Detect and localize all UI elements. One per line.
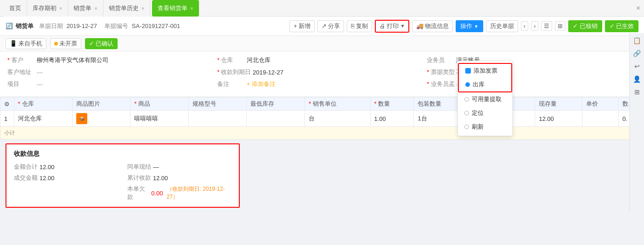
customer-field: * 客户 柳州粤港平安气体有限公司 — [7, 56, 217, 64]
doc-type-icon: 🔄 — [6, 23, 13, 29]
close-all-tabs[interactable]: × — [636, 4, 640, 12]
share-button[interactable]: ↗ 分享 — [317, 20, 344, 32]
dropdown-item-locate[interactable]: 定位 — [458, 106, 512, 120]
copy-button[interactable]: ⎘ 复制 — [347, 20, 372, 32]
staff-label: 业务员 — [427, 56, 454, 64]
history-button[interactable]: 历史单据 — [486, 20, 518, 32]
tab-view-sales-label: 查看销货单 — [158, 4, 187, 12]
th-stock: 现存量 — [535, 97, 582, 111]
th-unit-price: 单价 — [582, 97, 619, 111]
table-row: 1 河北仓库 📦 嘻嘻嘻嘻 台 1.00 1台 12.00 0. — [0, 111, 644, 127]
next-record[interactable]: › — [531, 21, 538, 31]
row-quantity: 1.00 — [370, 111, 414, 127]
due-note: （收款到期日: 2019-12-27） — [167, 185, 232, 201]
dropdown-item-warehouse-out[interactable]: 出库 — [459, 78, 511, 91]
due-value: 0.00 — [151, 190, 163, 197]
address-label: 客户地址 — [7, 68, 35, 76]
from-phone-label: 来自手机 — [18, 40, 42, 48]
new-button[interactable]: + 新增 — [289, 20, 315, 32]
th-product: * 商品 — [130, 97, 189, 111]
sidebar-icon-user[interactable]: 👤 — [633, 75, 641, 83]
dropdown-item-available-qty[interactable]: 可用量提取 — [458, 92, 512, 106]
row-sales-unit: 台 — [305, 111, 371, 127]
operate-button[interactable]: 操作 ▼ — [456, 20, 483, 32]
product-thumbnail: 📦 — [76, 113, 87, 124]
confirm-button[interactable]: ✓ 已确认 — [85, 38, 118, 49]
print-label: 打印 — [387, 22, 399, 30]
right-sidebar: 📋 🔗 ↩ 👤 ⊞ ⛶ — [629, 33, 644, 211]
customer-label: * 客户 — [7, 56, 35, 64]
refresh-label: 刷新 — [472, 123, 484, 131]
same-order-value: — — [153, 164, 159, 171]
doc-number-key: 单据编号 — [104, 23, 128, 29]
doc-type-label: 销货单 — [16, 22, 34, 30]
project-label: 项目 — [7, 80, 35, 88]
detail-view[interactable]: ⊞ — [555, 21, 565, 31]
address-value: — — [37, 69, 43, 76]
not-open-button[interactable]: 未开票 — [50, 38, 81, 49]
share-label: 分享 — [328, 22, 340, 30]
doc-meta: 单据日期 2019-12-27 单据编号 SA-20191227-001 — [39, 22, 180, 30]
due-row: 本单欠款 0.00 （收款到期日: 2019-12-27） — [127, 185, 232, 201]
prev-record[interactable]: ‹ — [521, 21, 528, 31]
sold-label: 已核销 — [580, 23, 598, 29]
payment-date-value: 2019-12-27 — [253, 69, 283, 76]
copy-icon: ⎘ — [351, 23, 355, 29]
invoice-label: * 票据类型 — [427, 68, 455, 76]
grid-view[interactable]: ☰ — [541, 21, 552, 31]
operate-dropdown-icon: ▼ — [474, 24, 479, 29]
tab-inventory-init-close[interactable]: × — [59, 6, 62, 11]
tab-sales-history-close[interactable]: × — [141, 6, 144, 11]
dropdown-item-refresh[interactable]: 刷新 — [458, 120, 512, 134]
same-order-label: 同单现结 — [127, 163, 151, 171]
sidebar-icon-grid[interactable]: ⊞ — [634, 88, 640, 96]
table-header-row: ⚙ * 仓库 商品图片 * 商品 规格型号 最低库存 * 销售单位 * 数量 包… — [0, 97, 644, 111]
doc-title: 🔄 销货单 — [6, 22, 34, 30]
locate-label: 定位 — [472, 109, 484, 117]
remark-label: 备注 — [217, 80, 245, 88]
row-stock: 12.00 — [535, 111, 582, 127]
doc-number: 单据编号 SA-20191227-001 — [104, 22, 180, 30]
sidebar-icon-doc[interactable]: 📋 — [633, 37, 641, 44]
th-quantity: * 数量 — [370, 97, 414, 111]
doc-actions: + 新增 ↗ 分享 ⎘ 复制 🖨 打印 ▼ 🚚 物流信息 操作 ▼ — [289, 20, 638, 33]
sidebar-icon-link[interactable]: 🔗 — [633, 50, 641, 57]
logistics-icon: 🚚 — [416, 23, 424, 29]
row-seq: 1 — [0, 111, 14, 127]
row-unit-price — [582, 111, 619, 127]
from-phone-button[interactable]: 📱 来自手机 — [6, 38, 46, 49]
row-spec — [188, 111, 247, 127]
remark-field: 备注 + 添加备注 — [217, 80, 427, 88]
tab-inventory-init[interactable]: 库存期初 × — [27, 0, 68, 17]
warehouse-out-icon — [465, 82, 470, 87]
payment-date-label: * 收款到期日 — [217, 68, 251, 76]
project-field: 项目 — — [7, 80, 217, 88]
warehouse-out-label: 出库 — [473, 80, 485, 89]
tab-sales-order[interactable]: 销货单 × — [68, 0, 103, 17]
cumulative-row: 累计收款 12.00 — [127, 174, 232, 182]
check-icon: ✓ — [573, 23, 578, 29]
tab-sales-history-label: 销货单历史 — [109, 4, 139, 12]
form-row-3: 项目 — 备注 + 添加备注 * 业务员孟 — — [7, 80, 637, 88]
address-field: 客户地址 — — [7, 68, 217, 76]
doc-header: 🔄 销货单 单据日期 2019-12-27 单据编号 SA-20191227-0… — [0, 17, 644, 36]
tab-home[interactable]: 首页 — [4, 0, 27, 17]
add-remark-button[interactable]: + 添加备注 — [247, 80, 276, 88]
tab-view-sales-close[interactable]: × — [190, 6, 193, 11]
main-content: 🔄 销货单 单据日期 2019-12-27 单据编号 SA-20191227-0… — [0, 17, 644, 211]
cumulative-label: 累计收款 — [127, 174, 151, 182]
effective-button[interactable]: ✓ 已生效 — [605, 20, 638, 32]
tab-bar: 首页 库存期初 × 销货单 × 销货单历史 × 查看销货单 × × — [0, 0, 644, 17]
sold-button[interactable]: ✓ 已核销 — [568, 20, 602, 32]
dropdown-item-add-invoice[interactable]: 添加发票 — [459, 64, 511, 78]
sidebar-icon-return[interactable]: ↩ — [634, 63, 640, 70]
logistics-button[interactable]: 🚚 物流信息 — [412, 20, 453, 32]
th-product-img: 商品图片 — [72, 97, 130, 111]
print-button[interactable]: 🖨 打印 ▼ — [375, 20, 409, 33]
phone-icon: 📱 — [10, 40, 17, 47]
tab-view-sales[interactable]: 查看销货单 × — [152, 0, 199, 17]
tab-sales-order-close[interactable]: × — [94, 6, 97, 11]
form-row-1: * 客户 柳州粤港平安气体有限公司 * 仓库 河北仓库 业务员 演示账号 — [7, 56, 637, 64]
tab-sales-history[interactable]: 销货单历史 × — [103, 0, 150, 17]
th-gear[interactable]: ⚙ — [0, 97, 14, 111]
